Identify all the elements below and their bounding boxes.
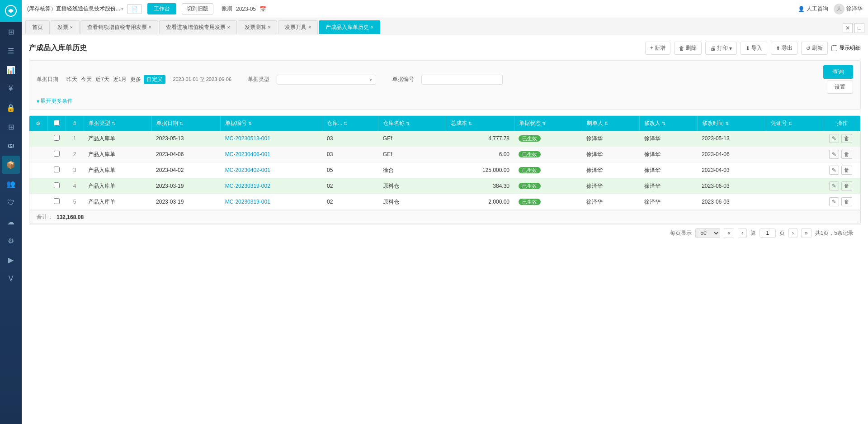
new-button[interactable]: + 新增 bbox=[645, 42, 670, 55]
sidebar-item-home[interactable]: ⊞ bbox=[2, 23, 20, 41]
tab-product-inbound-history[interactable]: 产成品入库单历史 × bbox=[319, 20, 380, 34]
row-number-link[interactable]: MC-20230406-001 bbox=[225, 151, 270, 157]
warehouse-code-col-header[interactable]: 仓库...⇅ bbox=[322, 116, 378, 131]
switch-old-button[interactable]: 切到旧版 bbox=[182, 3, 213, 14]
tab-close-check-sales-vat[interactable]: × bbox=[149, 25, 151, 30]
row-edit-btn[interactable]: ✎ bbox=[829, 134, 839, 143]
page-number-input[interactable] bbox=[760, 229, 776, 238]
tab-close-invoice[interactable]: × bbox=[70, 25, 73, 30]
number-col-header[interactable]: 单据编号⇅ bbox=[221, 116, 322, 131]
row-checkbox-4[interactable] bbox=[54, 198, 60, 204]
shortcut-yesterday[interactable]: 昨天 bbox=[66, 75, 78, 84]
workbench-button[interactable]: 工作台 bbox=[147, 3, 176, 14]
tab-invoice-issue[interactable]: 发票开具 × bbox=[278, 20, 318, 34]
sidebar-item-money[interactable]: ¥ bbox=[2, 80, 20, 98]
sidebar-item-ticket[interactable]: 🎟 bbox=[2, 137, 20, 155]
set-button[interactable]: 设置 bbox=[827, 81, 853, 94]
status-badge: 已生效 bbox=[519, 199, 541, 205]
row-number-link[interactable]: MC-20230513-001 bbox=[225, 135, 270, 142]
tab-close-invoice-issue[interactable]: × bbox=[308, 25, 311, 30]
query-button[interactable]: 查询 bbox=[823, 65, 853, 79]
sidebar-item-grid[interactable]: ⊞ bbox=[2, 118, 20, 136]
row-delete-btn[interactable]: 🗑 bbox=[841, 150, 852, 159]
row-checkbox-2[interactable] bbox=[54, 167, 60, 172]
sidebar-item-cloud[interactable]: ☁ bbox=[2, 213, 20, 231]
row-checkbox-0[interactable] bbox=[54, 135, 60, 141]
sidebar-item-chart[interactable]: 📊 bbox=[2, 61, 20, 79]
period-selector[interactable]: 账期 2023-05 📅 bbox=[220, 5, 268, 13]
export-button[interactable]: ⬆ 导出 bbox=[771, 42, 797, 55]
row-checkbox-cell bbox=[47, 178, 66, 194]
delete-button[interactable]: 🗑 删除 bbox=[674, 42, 702, 55]
tab-close-invoice-calc[interactable]: × bbox=[268, 25, 271, 30]
row-number-link[interactable]: MC-20230319-002 bbox=[225, 183, 270, 189]
print-button[interactable]: 🖨 打印 ▾ bbox=[705, 42, 737, 55]
row-delete-btn[interactable]: 🗑 bbox=[841, 197, 852, 206]
shortcut-more[interactable]: 更多 bbox=[129, 75, 142, 84]
type-col-header[interactable]: 单据类型⇅ bbox=[84, 116, 151, 131]
row-total-cost: 384.30 bbox=[446, 178, 514, 194]
refresh-button[interactable]: ↺ 刷新 bbox=[801, 42, 828, 55]
sidebar-item-v-icon[interactable]: V bbox=[2, 270, 20, 288]
first-page-btn[interactable]: « bbox=[724, 228, 734, 238]
modifier-col-header[interactable]: 修改人⇅ bbox=[640, 116, 698, 131]
sidebar-item-users[interactable]: 👥 bbox=[2, 175, 20, 193]
close-all-tabs-btn[interactable]: ✕ bbox=[843, 23, 853, 33]
shortcut-today[interactable]: 今天 bbox=[80, 75, 93, 84]
tab-check-input-vat[interactable]: 查看进项增值税专用发票 × bbox=[159, 20, 237, 34]
type-select[interactable]: ▾ bbox=[277, 75, 376, 85]
import-button[interactable]: ⬇ 导入 bbox=[741, 42, 767, 55]
status-col-header[interactable]: 单据状态⇅ bbox=[514, 116, 582, 131]
number-filter-label: 单据编号 bbox=[392, 76, 414, 83]
maximize-btn[interactable]: □ bbox=[854, 23, 864, 33]
warehouse-name-col-header[interactable]: 仓库名称⇅ bbox=[378, 116, 446, 131]
row-delete-btn[interactable]: 🗑 bbox=[841, 181, 852, 191]
row-delete-btn[interactable]: 🗑 bbox=[841, 166, 852, 175]
sidebar-item-shield[interactable]: 🛡 bbox=[2, 194, 20, 212]
tab-close-product-inbound-history[interactable]: × bbox=[371, 25, 373, 30]
total-cost-col-header[interactable]: 总成本⇅ bbox=[446, 116, 514, 131]
next-page-btn[interactable]: › bbox=[788, 228, 797, 238]
number-filter-input[interactable] bbox=[421, 75, 503, 85]
per-page-select[interactable]: 50 100 200 bbox=[695, 228, 720, 238]
row-delete-btn[interactable]: 🗑 bbox=[841, 134, 852, 143]
row-edit-btn[interactable]: ✎ bbox=[829, 197, 839, 206]
row-checkbox-3[interactable] bbox=[54, 182, 60, 188]
row-edit-btn[interactable]: ✎ bbox=[829, 181, 839, 191]
select-all-checkbox[interactable] bbox=[54, 120, 60, 126]
row-number-link[interactable]: MC-20230402-001 bbox=[225, 167, 270, 173]
last-page-btn[interactable]: » bbox=[801, 228, 811, 238]
doc-icon-btn[interactable]: 📄 bbox=[127, 4, 142, 14]
sidebar-item-box[interactable]: 📦 bbox=[2, 156, 20, 174]
shortcut-custom[interactable]: 自定义 bbox=[144, 75, 165, 84]
settings-col-header[interactable]: ⚙ bbox=[29, 116, 47, 131]
company-selector[interactable]: (库存核算）直播轻线通信息技术股份... ▾ bbox=[27, 5, 123, 13]
prev-page-btn[interactable]: ‹ bbox=[738, 228, 747, 238]
show-detail-toggle[interactable]: 显示明细 bbox=[831, 44, 861, 52]
tab-home[interactable]: 首页 bbox=[25, 20, 50, 34]
row-warehouse-code: 03 bbox=[322, 131, 378, 147]
shortcut-1month[interactable]: 近1月 bbox=[112, 75, 128, 84]
tab-invoice-calc[interactable]: 发票测算 × bbox=[238, 20, 278, 34]
checkbox-col-header[interactable] bbox=[47, 116, 66, 131]
show-detail-checkbox[interactable] bbox=[831, 45, 837, 51]
modify-time-col-header[interactable]: 修改时间⇅ bbox=[697, 116, 766, 131]
tab-check-sales-vat[interactable]: 查看销项增值税专用发票 × bbox=[80, 20, 158, 34]
expand-more-btn[interactable]: ▾ 展开更多条件 bbox=[37, 97, 853, 105]
sidebar-item-lock[interactable]: 🔒 bbox=[2, 99, 20, 117]
service-btn[interactable]: 👤 人工咨询 bbox=[798, 5, 828, 13]
row-number-link[interactable]: MC-20230319-001 bbox=[225, 199, 270, 205]
tab-invoice[interactable]: 发票 × bbox=[51, 20, 80, 34]
sidebar-item-settings[interactable]: ⚙ bbox=[2, 232, 20, 250]
row-edit-btn[interactable]: ✎ bbox=[829, 166, 839, 175]
voucher-col-header[interactable]: 凭证号⇅ bbox=[766, 116, 824, 131]
date-col-header[interactable]: 单据日期⇅ bbox=[151, 116, 221, 131]
sidebar-item-media[interactable]: ▶ bbox=[2, 251, 20, 269]
tab-close-check-input-vat[interactable]: × bbox=[227, 25, 230, 30]
creator-col-header[interactable]: 制单人⇅ bbox=[582, 116, 640, 131]
shortcut-7days[interactable]: 近7天 bbox=[94, 75, 110, 84]
row-checkbox-1[interactable] bbox=[54, 151, 60, 157]
sidebar-item-docs[interactable]: ☰ bbox=[2, 42, 20, 60]
row-edit-btn[interactable]: ✎ bbox=[829, 150, 839, 159]
user-profile[interactable]: 人 徐泽华 bbox=[834, 4, 863, 14]
